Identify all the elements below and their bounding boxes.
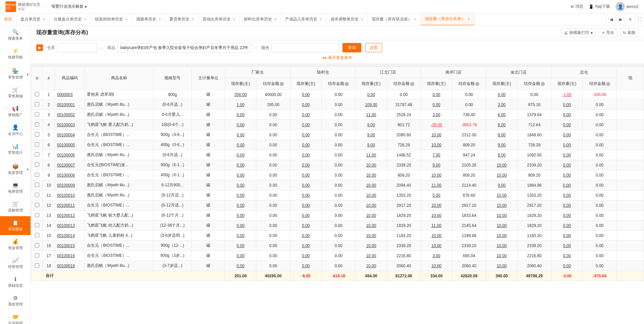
tab-scroll-left-btn[interactable]: ◀ [606,13,616,26]
row-checkbox[interactable] [35,132,39,137]
cell-qty-0[interactable]: 200.00 [225,90,256,100]
tab-stock-status[interactable]: 现存量（库存状况表） ✕ [368,13,421,26]
cell-qty-4[interactable]: 10.00 [486,261,517,271]
row-checkbox[interactable] [35,102,39,106]
cell-qty-0[interactable]: 0.00 [225,180,256,190]
tab-order[interactable]: 要货单历史 ✕ [165,13,199,26]
cell-qty-0[interactable]: 0.00 [225,231,256,241]
cell-qty-3[interactable]: 0.00 [421,100,452,110]
cell-qty-2[interactable]: 109.00 [356,100,387,110]
table-wrapper[interactable]: ⚙ # 商品编码 商品名称 规格型号 主计量单位 厂家仓 陆村仓 江北门店 南岸… [31,66,644,324]
cell-qty-2[interactable]: 10.00 [356,241,387,251]
close-icon[interactable]: ✕ [43,17,45,21]
sidebar-item-ecommerce[interactable]: 💻 电商管理 [0,179,31,197]
cell-qty-1[interactable]: 0.00 [290,200,321,211]
cell-qty-5[interactable]: 0.00 [551,140,583,150]
row-checkbox[interactable] [35,152,39,157]
row-checkbox[interactable] [35,193,39,197]
cell-qty-1[interactable]: 0.00 [290,170,321,180]
cell-qty-5[interactable]: 0.00 [551,130,583,140]
settings-icon[interactable]: ⚙ [35,76,39,81]
row-checkbox[interactable] [35,142,39,147]
cell-code[interactable]: 00100015 [55,241,85,251]
print-btn[interactable]: 🖨 按模板打印 ▾ [561,28,596,37]
cell-qty-2[interactable]: 9.00 [356,140,387,150]
cell-qty-0[interactable]: 0.00 [225,170,256,180]
sidebar-item-inventory[interactable]: 📋 库存核算 [0,216,31,235]
cell-qty-4[interactable]: 10.00 [486,200,517,211]
cell-qty-4[interactable]: 10.00 [486,190,517,200]
sidebar-item-marketing[interactable]: 📢 营销推广 [0,102,31,121]
cell-qty-2[interactable]: 10.00 [356,261,387,271]
close-icon[interactable]: ✕ [125,17,128,21]
cell-qty-4[interactable]: 0.00 [486,90,517,100]
cell-checkbox[interactable] [31,160,43,170]
row-checkbox[interactable] [35,163,39,167]
cell-qty-5[interactable]: 0.00 [551,150,583,160]
cell-code[interactable]: 00100013 [55,221,85,231]
cell-qty-2[interactable]: 9.00 [356,130,387,140]
cell-qty-1[interactable]: 0.00 [290,140,321,150]
row-checkbox[interactable] [35,203,39,207]
color-input[interactable] [271,43,338,52]
row-checkbox[interactable] [35,253,39,258]
cell-qty-3[interactable]: 5.00 [421,190,452,200]
cell-qty-3[interactable]: 10.00 [421,211,452,221]
cell-checkbox[interactable] [31,110,43,120]
cell-code[interactable]: 00100009 [55,180,85,190]
cell-code[interactable]: 00100005 [55,140,85,150]
cell-qty-5[interactable]: 0.00 [551,251,583,261]
sidebar-item-collab[interactable]: 🤝 企业协同 [0,310,31,324]
tab-transfer[interactable]: 调拨单历史 ✕ [132,13,165,26]
cell-qty-2[interactable]: 10.00 [356,211,387,221]
cell-code[interactable]: 00100008 [55,170,85,180]
close-icon[interactable]: ✕ [192,17,194,21]
sidebar-item-wholesale[interactable]: 📦 批发管理 ▾ [0,160,31,179]
tab-split-inventory[interactable]: 分量盘点单历史 ✕ [50,13,91,26]
goods-input[interactable] [117,43,252,52]
info-icon[interactable]: ⓘ [410,82,414,86]
expand-conditions-btn[interactable]: ▾▾ 展开更多条件 [323,55,352,61]
cell-qty-4[interactable]: 10.00 [486,211,517,221]
cell-checkbox[interactable] [31,200,43,211]
search-button[interactable]: 查询 [342,43,361,52]
th-settings[interactable]: ⚙ [31,67,43,90]
cell-qty-4[interactable]: 10.00 [486,231,517,241]
sidebar-item-system[interactable]: ⚙ 系统管理 [0,291,31,310]
cell-qty-0[interactable]: 0.00 [225,160,256,170]
close-icon[interactable]: ✕ [84,17,87,21]
cell-qty-3[interactable]: 10.00 [421,170,452,180]
cell-qty-5[interactable]: 0.00 [551,100,583,110]
close-icon[interactable]: ✕ [274,17,277,21]
industry-selector[interactable]: 母婴行业演示账套 ▾ [51,4,87,9]
cell-code[interactable]: 00100004 [55,130,85,140]
cell-checkbox[interactable] [31,190,43,200]
info-icon[interactable]: ⓘ [606,82,610,86]
close-icon[interactable]: ✕ [233,17,235,21]
warehouse-input[interactable] [57,43,97,52]
sidebar-item-management[interactable]: 📈 经营管理 [0,254,31,273]
cell-qty-5[interactable]: 0.00 [551,231,583,241]
cell-qty-1[interactable]: 0.00 [290,180,321,190]
cell-qty-5[interactable]: 0.00 [551,200,583,211]
cell-qty-2[interactable]: 10.00 [356,180,387,190]
cell-qty-4[interactable]: 8.00 [486,150,517,160]
cell-qty-3[interactable]: 10.00 [421,130,452,140]
cell-qty-2[interactable]: 11.00 [356,150,387,160]
cell-qty-5[interactable]: 0.00 [551,110,583,120]
tab-stock-distribution[interactable]: 现存量（库存分布表） ✕ [421,13,474,26]
cell-qty-4[interactable]: 8.00 [486,120,517,130]
cell-qty-3[interactable]: 11.00 [421,221,452,231]
cell-qty-3[interactable]: 10.00 [421,231,452,241]
cell-qty-0[interactable]: 0.00 [225,140,256,150]
cell-checkbox[interactable] [31,180,43,190]
sidebar-item-search[interactable]: 🔍 搜索英单 [0,26,31,44]
cell-qty-1[interactable]: 0.00 [290,211,321,221]
cell-code[interactable]: 00100010 [55,190,85,200]
export-btn[interactable]: ↗ 导出 [598,28,617,37]
cell-qty-3[interactable]: -39.00 [421,120,452,130]
cell-code[interactable]: 0000003 [55,90,85,100]
tab-cost-adjust[interactable]: 成本调整单历史 ✕ [326,13,368,26]
cell-code[interactable]: 00100003 [55,120,85,130]
cell-checkbox[interactable] [31,90,43,100]
